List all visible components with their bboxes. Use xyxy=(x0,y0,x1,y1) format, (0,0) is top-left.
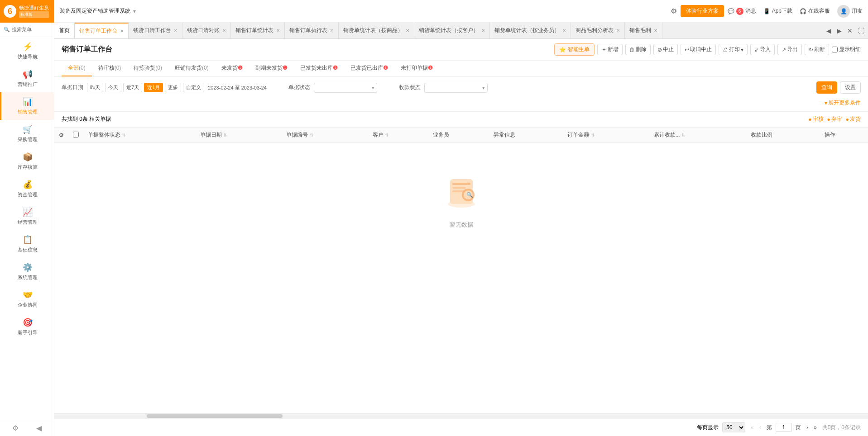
tab-close-btn[interactable]: ✕ xyxy=(276,28,280,33)
export-btn[interactable]: ↗ 导出 xyxy=(777,44,802,55)
print-dropdown-arrow[interactable]: ▾ xyxy=(741,47,743,53)
refresh-btn[interactable]: ↻ 刷新 xyxy=(805,44,829,55)
tab-sales-order-stats[interactable]: 销售订单统计表 ✕ xyxy=(231,23,285,39)
select-all-checkbox[interactable] xyxy=(73,132,79,137)
sort-amount-icon[interactable]: ⇅ xyxy=(591,133,595,137)
payment-select[interactable] xyxy=(424,83,488,93)
tab-close-btn[interactable]: ✕ xyxy=(174,28,177,33)
subtab-shipped-not-out[interactable]: 已发货未出库❶ xyxy=(294,61,344,76)
review-action[interactable]: ● 审核 xyxy=(808,115,823,123)
sidebar-item-quick-nav[interactable]: ⚡ 快捷导航 xyxy=(0,37,54,65)
col-settings[interactable]: ⚙ xyxy=(54,128,68,143)
tab-sales-order-execute[interactable]: 销售订单执行表 ✕ xyxy=(285,23,339,39)
subtab-not-shipped[interactable]: 未发货❶ xyxy=(215,61,249,76)
subtab-not-printed[interactable]: 未打印单据❶ xyxy=(394,61,439,76)
user-group[interactable]: 👤 用友 xyxy=(837,5,863,18)
suspend-btn[interactable]: ⊘ 中止 xyxy=(653,44,678,55)
tab-close-btn[interactable]: ✕ xyxy=(406,28,409,33)
tab-home[interactable]: 首页 xyxy=(54,23,75,39)
message-group[interactable]: 💬 6 消息 xyxy=(728,7,756,15)
sort-collected-icon[interactable]: ⇅ xyxy=(681,133,685,137)
app-download-group[interactable]: 📱 App下载 xyxy=(763,7,792,15)
date-btn-more[interactable]: 更多 xyxy=(165,83,181,92)
tab-close-btn[interactable]: ✕ xyxy=(481,28,485,33)
cancel-suspend-btn[interactable]: ↩ 取消中止 xyxy=(681,44,716,55)
date-btn-1month[interactable]: 近1月 xyxy=(144,83,163,92)
subtab-all[interactable]: 全部(0) xyxy=(62,61,92,76)
print-btn[interactable]: 🖨 打印 ▾ xyxy=(719,44,748,55)
horizontal-scrollbar[interactable] xyxy=(54,413,868,418)
tab-nav-next[interactable]: ▶ xyxy=(835,26,844,35)
tab-sales-stats-staff[interactable]: 销货单统计表（按业务员） ✕ xyxy=(490,23,571,39)
tab-sales-stats-customer[interactable]: 销货单统计表（按客户） ✕ xyxy=(414,23,490,39)
smart-create-btn[interactable]: ⭐ 智能生单 xyxy=(554,43,595,56)
tab-close-btn[interactable]: ✕ xyxy=(120,28,124,33)
tab-daily-cash[interactable]: 钱货日清工作台 ✕ xyxy=(129,23,182,39)
sidebar-item-finance[interactable]: 💰 资金管理 xyxy=(0,175,54,203)
date-btn-custom[interactable]: 自定义 xyxy=(183,83,204,92)
tab-close-btn[interactable]: ✕ xyxy=(654,28,657,33)
add-btn[interactable]: ＋ 新增 xyxy=(597,44,623,55)
industry-btn[interactable]: 体验行业方案 xyxy=(681,5,724,17)
subtab-shipped-out[interactable]: 已发货已出库❶ xyxy=(344,61,394,76)
date-btn-7days[interactable]: 近7天 xyxy=(123,83,142,92)
status-select[interactable] xyxy=(314,83,377,93)
sidebar-item-system[interactable]: ⚙️ 系统管理 xyxy=(0,258,54,285)
show-detail-label[interactable]: 显示明细 xyxy=(832,46,861,53)
cancel-suspend-icon: ↩ xyxy=(685,47,689,53)
sidebar-item-purchase[interactable]: 🛒 采购管理 xyxy=(0,120,54,147)
tab-sales-order-workspace[interactable]: 销售订单工作台 ✕ xyxy=(75,23,129,39)
page-size-select[interactable]: 50 10 20 100 xyxy=(722,422,745,432)
page-input[interactable] xyxy=(776,423,792,432)
query-btn[interactable]: 查询 xyxy=(816,81,837,94)
show-detail-checkbox[interactable] xyxy=(832,47,838,52)
prev-page-btn[interactable]: ‹ xyxy=(758,423,763,431)
settings-btn[interactable]: 设置 xyxy=(840,81,861,94)
sort-status-icon[interactable]: ⇅ xyxy=(122,133,125,137)
tab-close-btn[interactable]: ✕ xyxy=(562,28,566,33)
sort-customer-icon[interactable]: ⇅ xyxy=(385,133,388,137)
sidebar-item-marketing[interactable]: 📢 营销推广 xyxy=(0,65,54,92)
settings-icon[interactable]: ⚙ xyxy=(12,424,19,432)
tab-sales-stats-product[interactable]: 销货单统计表（按商品） ✕ xyxy=(339,23,414,39)
sidebar-item-basic-info[interactable]: 📋 基础信息 xyxy=(0,230,54,258)
subtab-pending-review[interactable]: 待审核(0) xyxy=(92,61,128,76)
logo-title: 畅捷通好生意 xyxy=(19,5,49,11)
import-btn[interactable]: ↙ 导入 xyxy=(750,44,775,55)
tab-close-btn[interactable]: ✕ xyxy=(222,28,226,33)
online-service-group[interactable]: 🎧 在线客服 xyxy=(800,7,830,15)
logo-icon: 6 xyxy=(4,5,16,18)
topbar-dropdown-arrow[interactable]: ▾ xyxy=(133,8,136,14)
tab-cash-reconciliation[interactable]: 钱货日清对账 ✕ xyxy=(182,23,231,39)
delete-btn[interactable]: 🗑 删除 xyxy=(625,44,651,55)
sidebar-item-newbie[interactable]: 🎯 新手引导 xyxy=(0,313,54,341)
tab-product-margin[interactable]: 商品毛利分析表 ✕ xyxy=(571,23,625,39)
topbar-settings-icon[interactable]: ⚙ xyxy=(671,7,677,15)
tab-nav-maximize[interactable]: ⛶ xyxy=(856,26,866,35)
sidebar-item-enterprise[interactable]: 🤝 企业协同 xyxy=(0,285,54,313)
tab-close-btn[interactable]: ✕ xyxy=(330,28,334,33)
subtab-wangpu-pending[interactable]: 旺铺待发货(0) xyxy=(168,61,215,76)
subtab-overdue-not-shipped[interactable]: 到期未发货❶ xyxy=(249,61,294,76)
sidebar-item-sales[interactable]: 📊 销售管理 xyxy=(0,92,54,120)
first-page-btn[interactable]: « xyxy=(749,423,756,431)
tab-nav-prev[interactable]: ◀ xyxy=(825,26,833,35)
sidebar-item-inventory[interactable]: 📦 库存核算 xyxy=(0,147,54,175)
scroll-thumb[interactable] xyxy=(147,414,283,418)
ship-action[interactable]: ● 发货 xyxy=(846,115,861,123)
tab-nav-close-all[interactable]: ✕ xyxy=(845,26,854,35)
collapse-icon[interactable]: ◀ xyxy=(36,424,42,432)
cancel-action[interactable]: ● 弃审 xyxy=(827,115,842,123)
sidebar-search[interactable]: 🔍 搜索菜单 xyxy=(0,23,54,37)
sort-date-icon[interactable]: ⇅ xyxy=(223,133,227,137)
sidebar-item-operations[interactable]: 📈 经营管理 xyxy=(0,203,54,230)
last-page-btn[interactable]: » xyxy=(812,423,819,431)
sort-number-icon[interactable]: ⇅ xyxy=(310,133,313,137)
date-btn-yesterday[interactable]: 昨天 xyxy=(87,83,103,92)
date-btn-today[interactable]: 今天 xyxy=(105,83,121,92)
subtab-pending-inspect[interactable]: 待拣验货(0) xyxy=(127,61,168,76)
next-page-btn[interactable]: › xyxy=(805,423,810,431)
tab-sales-profit[interactable]: 销售毛利 ✕ xyxy=(625,23,662,39)
expand-conditions-btn[interactable]: ▾ 展开更多条件 xyxy=(825,99,861,107)
tab-close-btn[interactable]: ✕ xyxy=(616,28,620,33)
